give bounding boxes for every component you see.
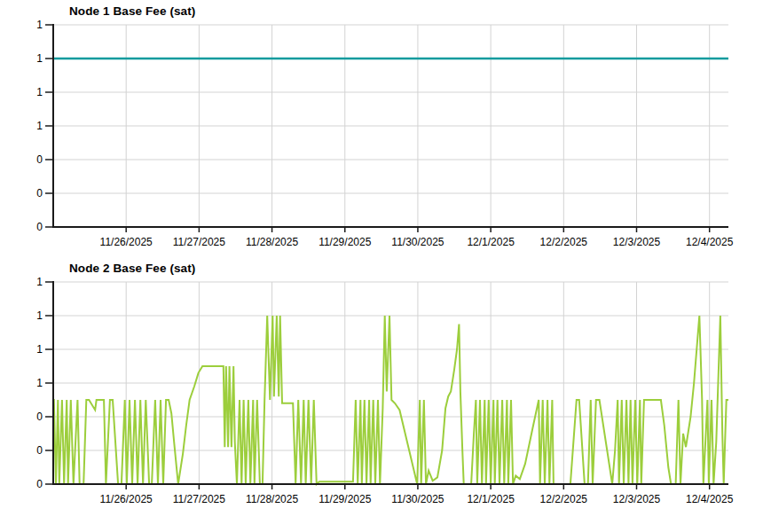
chart-node1-plot-area: 000111111/26/202511/27/202511/28/202511/… <box>0 0 763 257</box>
y-tick-label: 1 <box>36 52 43 65</box>
x-tick-label: 11/29/2025 <box>319 493 371 505</box>
x-tick-label: 11/30/2025 <box>391 493 444 505</box>
x-tick-label: 11/28/2025 <box>246 493 298 505</box>
y-tick-label: 1 <box>36 377 43 389</box>
y-tick-label: 0 <box>36 187 43 200</box>
y-tick-label: 1 <box>36 19 43 31</box>
y-tick-label: 1 <box>36 120 43 132</box>
y-tick-label: 1 <box>36 309 43 322</box>
y-tick-label: 1 <box>36 86 43 98</box>
y-tick-label: 0 <box>36 444 43 457</box>
y-tick-label: 1 <box>36 343 43 356</box>
base-fee-dashboard: { "page": { "background": "#FFFFFF" }, "… <box>0 0 763 532</box>
chart-node2-plot-area: 000111111/26/202511/27/202511/28/202511/… <box>0 257 763 514</box>
x-tick-label: 11/30/2025 <box>391 236 444 248</box>
x-tick-label: 12/2/2025 <box>540 493 588 505</box>
y-tick-label: 0 <box>36 411 43 423</box>
x-tick-label: 12/1/2025 <box>467 236 515 248</box>
chart-node1-base-fee: Node 1 Base Fee (sat) 000111111/26/20251… <box>0 0 763 257</box>
x-tick-label: 11/26/2025 <box>100 493 153 505</box>
chart-node2-base-fee: Node 2 Base Fee (sat) 000111111/26/20251… <box>0 257 763 514</box>
x-tick-label: 12/4/2025 <box>686 236 734 248</box>
x-tick-label: 12/1/2025 <box>467 493 515 505</box>
y-tick-label: 0 <box>36 478 43 490</box>
x-tick-label: 12/4/2025 <box>686 493 734 505</box>
x-tick-label: 11/26/2025 <box>100 236 153 248</box>
y-tick-label: 0 <box>36 153 43 166</box>
x-tick-label: 12/3/2025 <box>613 493 661 505</box>
y-tick-label: 1 <box>36 276 43 288</box>
y-tick-label: 0 <box>36 221 43 233</box>
series-line <box>53 316 728 484</box>
x-tick-label: 12/2/2025 <box>540 236 588 248</box>
x-tick-label: 11/27/2025 <box>173 236 225 248</box>
x-tick-label: 11/29/2025 <box>319 236 371 248</box>
x-tick-label: 12/3/2025 <box>613 236 661 248</box>
x-tick-label: 11/28/2025 <box>246 236 298 248</box>
x-tick-label: 11/27/2025 <box>173 493 225 505</box>
